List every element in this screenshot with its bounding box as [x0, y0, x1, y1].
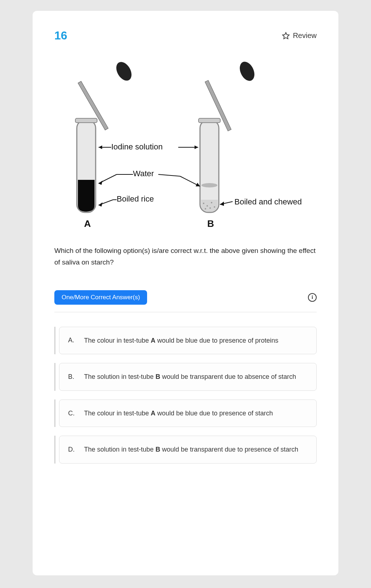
test-tube-b: [180, 60, 257, 212]
option-letter: B.: [68, 373, 75, 381]
test-tube-a: [75, 60, 135, 212]
star-icon: [282, 32, 290, 40]
question-text: Which of the following option(s) is/are …: [54, 245, 317, 268]
svg-point-17: [211, 202, 212, 203]
answer-type-badge: One/More Correct Answer(s): [54, 290, 147, 305]
svg-point-19: [205, 208, 206, 210]
question-number: 16: [54, 29, 67, 42]
svg-point-11: [237, 60, 257, 83]
svg-marker-10: [99, 202, 103, 207]
option-letter: A.: [68, 337, 75, 344]
options-list: A. The colour in test-tube A would be bl…: [54, 327, 317, 464]
option-c[interactable]: C. The colour in test-tube A would be bl…: [54, 399, 317, 427]
label-water: Water: [133, 169, 154, 178]
label-boiled-chewed: Boiled and chewed: [234, 197, 302, 206]
option-a[interactable]: A. The colour in test-tube A would be bl…: [54, 327, 317, 355]
option-text: The solution in test-tube B would be tra…: [84, 444, 298, 455]
svg-point-1: [113, 60, 134, 83]
svg-marker-27: [220, 202, 224, 206]
review-label: Review: [293, 31, 317, 40]
svg-marker-23: [195, 145, 198, 149]
label-boiled-rice: Boiled rice: [117, 194, 154, 203]
svg-rect-14: [199, 118, 220, 123]
option-text: The solution in test-tube B would be tra…: [84, 371, 296, 382]
question-card: 16 Review: [33, 11, 338, 575]
option-text: The colour in test-tube A would be blue …: [84, 408, 273, 419]
svg-point-15: [203, 203, 204, 204]
svg-line-31: [158, 174, 180, 176]
svg-marker-0: [283, 32, 289, 38]
svg-point-20: [209, 207, 211, 209]
question-header: 16 Review: [54, 29, 317, 42]
option-b[interactable]: B. The solution in test-tube B would be …: [54, 363, 317, 391]
svg-rect-4: [75, 118, 97, 123]
svg-marker-6: [99, 145, 102, 149]
option-d[interactable]: D. The solution in test-tube B would be …: [54, 436, 317, 464]
svg-point-18: [214, 206, 215, 208]
tube-a-label: A: [84, 218, 91, 229]
experiment-diagram: Iodine solution Water Boiled rice Boiled…: [54, 60, 317, 230]
info-icon[interactable]: i: [308, 293, 317, 302]
option-text: The colour in test-tube A would be blue …: [84, 335, 278, 346]
svg-point-16: [207, 205, 208, 207]
svg-rect-13: [200, 120, 219, 212]
diagram: Iodine solution Water Boiled rice Boiled…: [54, 60, 317, 230]
tube-b-label: B: [207, 218, 214, 229]
svg-marker-8: [99, 181, 103, 185]
option-letter: D.: [68, 446, 75, 453]
review-button[interactable]: Review: [282, 31, 317, 40]
label-iodine: Iodine solution: [111, 142, 163, 151]
option-letter: C.: [68, 410, 75, 417]
answer-type-row: One/More Correct Answer(s) i: [54, 290, 317, 312]
svg-point-21: [201, 183, 217, 187]
